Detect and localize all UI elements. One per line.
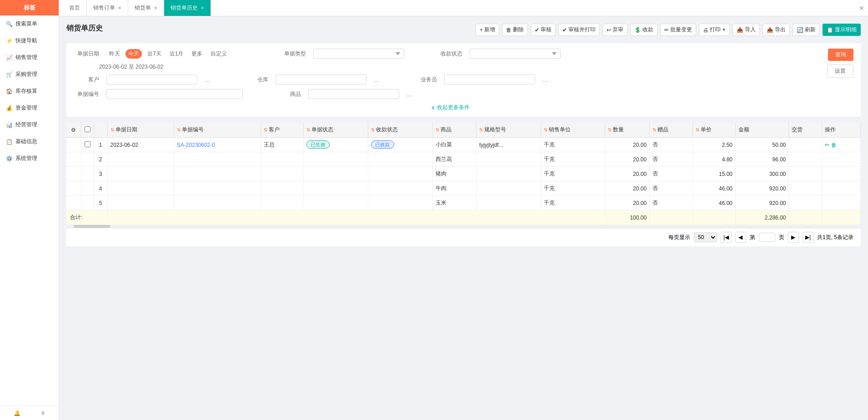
doc-no-input[interactable]: [106, 89, 243, 99]
sidebar-item-purchase-mgmt[interactable]: 🛒 采购管理: [0, 66, 59, 83]
cell-check[interactable]: [81, 152, 94, 167]
select-all-checkbox[interactable]: [85, 126, 90, 132]
abandon-button[interactable]: ↩ 弃审: [602, 24, 627, 36]
th-unit-price[interactable]: ⇅单价: [692, 122, 735, 138]
abandon-icon: ↩: [607, 27, 611, 33]
cell-doc-date: [107, 196, 174, 210]
tab-sales-order[interactable]: 销售订单 ✕: [87, 0, 128, 16]
sidebar-item-quick-nav[interactable]: ⚡ 快捷导航: [0, 32, 59, 49]
goods-dots[interactable]: ...: [406, 90, 412, 98]
tab-sales-order-close[interactable]: ✕: [118, 5, 121, 10]
cell-qty: 20.00: [605, 196, 650, 210]
import-button[interactable]: 📥 导入: [733, 24, 760, 36]
th-check[interactable]: [81, 122, 94, 138]
delete-button[interactable]: 🗑 删除: [502, 24, 528, 36]
cell-doc-no[interactable]: SA-20230602-0: [174, 138, 261, 152]
table-row: 5 玉米 千克 20.00 否 46.00 920.00: [66, 196, 861, 210]
per-page-select[interactable]: 50 100: [694, 232, 717, 242]
salesperson-input[interactable]: [444, 75, 535, 85]
sidebar-item-ops-mgmt[interactable]: 📊 经营管理: [0, 116, 59, 133]
th-gear[interactable]: ⚙: [66, 122, 81, 138]
th-goods[interactable]: ⇅商品: [432, 122, 476, 138]
tab-home[interactable]: 首页: [63, 0, 87, 16]
tab-sales-goods-label: 销货单: [135, 4, 151, 12]
action-删除[interactable]: 🗑: [831, 142, 837, 148]
tab-sales-goods-close[interactable]: ✕: [154, 5, 157, 10]
sidebar-bottom-icon1[interactable]: 🔔: [14, 410, 20, 416]
doc-type-select[interactable]: [313, 49, 404, 59]
customer-dots[interactable]: ...: [205, 76, 210, 83]
sidebar-item-inventory[interactable]: 🏠 库存核算: [0, 83, 59, 100]
sidebar-bottom-icon2[interactable]: ⏸: [40, 410, 45, 416]
batch-change-button[interactable]: ✏ 批量变更: [660, 24, 696, 36]
goods-label: 商品: [276, 90, 301, 98]
query-button[interactable]: 查询: [828, 49, 853, 61]
date-tag-today[interactable]: 今天: [125, 49, 142, 59]
goods-input[interactable]: [308, 89, 399, 99]
print-button[interactable]: 🖨 打印 ▼: [699, 24, 730, 36]
th-gift[interactable]: ⇅赠品: [650, 122, 692, 138]
row-checkbox[interactable]: [85, 141, 90, 147]
customer-input[interactable]: [106, 75, 197, 85]
cell-doc-no[interactable]: [174, 181, 261, 196]
refresh-button[interactable]: 🔄 刷新: [793, 24, 820, 36]
collect-icon: 💲: [634, 27, 641, 33]
page-next-button[interactable]: ▶: [788, 232, 799, 243]
page-first-button[interactable]: |◀: [721, 232, 732, 243]
date-tag-more[interactable]: 更多: [189, 49, 205, 59]
cell-gear: [66, 181, 81, 196]
tab-sales-history-close[interactable]: ✕: [201, 5, 204, 10]
tab-bar-close-all[interactable]: ✕: [859, 5, 864, 12]
th-qty[interactable]: ⇅数量: [605, 122, 650, 138]
date-tag-custom[interactable]: 自定义: [208, 49, 230, 59]
warehouse-input[interactable]: [276, 75, 366, 85]
cell-doc-no[interactable]: [174, 152, 261, 167]
warehouse-dots[interactable]: ...: [374, 76, 379, 83]
page-number-input[interactable]: 1: [759, 233, 775, 242]
cell-doc-no[interactable]: [174, 167, 261, 181]
cell-check[interactable]: [81, 138, 94, 152]
th-unit[interactable]: ⇅销售单位: [541, 122, 605, 138]
collapse-button[interactable]: ∧ 收起更多条件: [74, 104, 827, 111]
action-编辑[interactable]: ✏: [825, 142, 829, 148]
cell-doc-no[interactable]: [174, 196, 261, 210]
audit-label: 审核: [541, 26, 552, 34]
filter-row-2: 客户 ... 仓库 ... 业务员 ...: [74, 75, 827, 85]
salesperson-dots[interactable]: ...: [542, 76, 548, 83]
export-button[interactable]: 📤 导出: [763, 24, 790, 36]
audit-print-button[interactable]: ✔ 审核并打印: [558, 24, 600, 36]
sidebar-item-system-mgmt[interactable]: ⚙️ 系统管理: [0, 150, 59, 167]
sidebar-item-base-info[interactable]: 📋 基础信息: [0, 133, 59, 150]
th-doc-status[interactable]: ⇅单据状态: [304, 122, 368, 138]
tab-sales-goods[interactable]: 销货单 ✕: [128, 0, 164, 16]
th-doc-date[interactable]: ⇅单据日期: [107, 122, 174, 138]
sidebar-item-search-menu[interactable]: 🔍 搜索菜单: [0, 15, 59, 32]
tab-sales-history[interactable]: 销货单历史 ✕: [164, 0, 211, 16]
th-doc-no[interactable]: ⇅单据编号: [174, 122, 261, 138]
setup-button[interactable]: 设置: [827, 65, 853, 78]
show-detail-button[interactable]: 📋 显示明细: [823, 24, 861, 36]
sidebar-item-finance-mgmt[interactable]: 💰 资金管理: [0, 100, 59, 116]
date-range-display: 2023-06-02 至 2023-06-02: [99, 63, 827, 71]
cell-check[interactable]: [81, 181, 94, 196]
cell-check[interactable]: [81, 196, 94, 210]
date-tag-7days[interactable]: 近7天: [145, 49, 164, 59]
tab-sales-order-label: 销售订单: [93, 4, 115, 12]
cell-amount: 300.00: [735, 167, 789, 181]
th-spec[interactable]: ⇅规格型号: [477, 122, 541, 138]
add-button[interactable]: + 新增: [476, 24, 499, 36]
th-action-label: 操作: [825, 126, 836, 133]
th-customer[interactable]: ⇅客户: [261, 122, 303, 138]
date-tag-1month[interactable]: 近1月: [167, 49, 186, 59]
page-prev-button[interactable]: ◀: [735, 232, 746, 243]
sort-icon: ⇅: [608, 127, 612, 132]
audit-button[interactable]: ✔ 审核: [531, 24, 556, 36]
collect-status-select[interactable]: [470, 49, 561, 59]
date-tag-yesterday[interactable]: 昨天: [106, 49, 123, 59]
cell-check[interactable]: [81, 167, 94, 181]
sidebar-item-sales-mgmt[interactable]: 📈 销售管理: [0, 49, 59, 66]
page-last-button[interactable]: ▶|: [803, 232, 813, 243]
collect-button[interactable]: 💲 收款: [630, 24, 657, 36]
page-content: 销货单历史 + 新增 🗑 删除 ✔ 审核 ✔ 审核并打印: [59, 16, 868, 420]
th-collect-status[interactable]: ⇅收款状态: [368, 122, 432, 138]
